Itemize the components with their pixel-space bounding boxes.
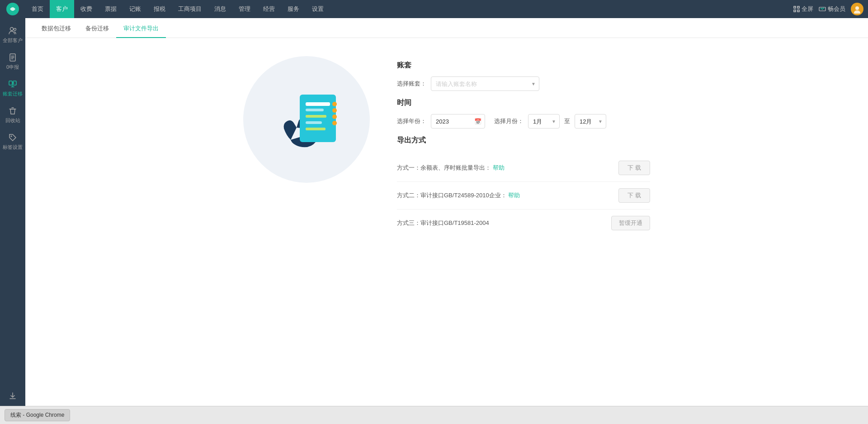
content-area: 数据包迁移 备份迁移 审计文件导出 — [25, 18, 868, 424]
svg-rect-3 — [794, 10, 796, 12]
tabs-bar: 数据包迁移 备份迁移 审计文件导出 — [25, 18, 868, 38]
svg-rect-28 — [306, 128, 326, 130]
svg-rect-21 — [306, 121, 322, 124]
svg-rect-18 — [306, 102, 330, 106]
avatar[interactable] — [851, 3, 863, 15]
file-icon — [8, 53, 17, 62]
svg-point-25 — [332, 114, 337, 119]
year-label: 选择年份： — [397, 117, 426, 125]
svg-point-24 — [332, 108, 337, 113]
nav-business[interactable]: 工商项目 — [172, 0, 208, 18]
export-method-2: 方式二：审计接口GB/T24589-2010企业： 帮助 下 载 — [397, 182, 650, 210]
export-section-title: 导出方式 — [397, 136, 650, 145]
nav-invoice[interactable]: 票据 — [99, 0, 123, 18]
time-separator: 至 — [564, 117, 570, 125]
account-select[interactable]: 请输入账套名称 — [431, 76, 539, 91]
svg-rect-17 — [300, 95, 336, 142]
tab-audit-export[interactable]: 审计文件导出 — [116, 20, 166, 38]
year-input[interactable]: 2023 — [431, 114, 485, 129]
time-section-title: 时间 — [397, 98, 650, 108]
taskbar: 线索 - Google Chrome — [0, 406, 868, 424]
sidebar-label-zero-declaration: 0申报 — [6, 64, 19, 71]
svg-rect-1 — [794, 6, 796, 8]
nav-items: 首页 客户 收费 票据 记账 报税 工商项目 消息 管理 经营 服务 设置 — [25, 0, 793, 18]
avatar-icon — [853, 5, 862, 14]
account-section-title: 账套 — [397, 61, 650, 70]
vip-label: 畅会员 — [828, 5, 845, 13]
year-input-wrapper: 2023 📅 — [431, 114, 485, 129]
svg-rect-2 — [797, 6, 799, 8]
export-method-1-help[interactable]: 帮助 — [493, 164, 505, 171]
month-end-wrapper: 1月 2月 3月 4月 5月 6月 7月 8月 9月 10月 11月 12月 — [575, 114, 606, 129]
sidebar-item-zero-declaration[interactable]: 0申报 — [0, 48, 25, 75]
export-method-3-label: 方式三：审计接口GB/T19581-2004 — [397, 219, 602, 227]
nav-accounting[interactable]: 记账 — [123, 0, 147, 18]
nav-settings[interactable]: 设置 — [306, 0, 330, 18]
svg-point-14 — [11, 136, 12, 137]
fullscreen-button[interactable]: 全屏 — [793, 5, 813, 13]
fullscreen-icon — [793, 6, 800, 12]
sidebar-label-all-customers: 全部客户 — [3, 37, 23, 44]
month-end-select[interactable]: 1月 2月 3月 4月 5月 6月 7月 8月 9月 10月 11月 12月 — [575, 114, 606, 129]
nav-message[interactable]: 消息 — [208, 0, 232, 18]
svg-point-23 — [332, 102, 337, 106]
trash-icon — [8, 106, 17, 115]
export-method-2-label: 方式二：审计接口GB/T24589-2010企业： 帮助 — [397, 191, 609, 200]
download-icon — [8, 391, 17, 400]
tab-backup-migration[interactable]: 备份迁移 — [78, 20, 116, 38]
nav-manage[interactable]: 管理 — [232, 0, 257, 18]
svg-rect-4 — [797, 10, 799, 12]
svg-rect-27 — [306, 115, 326, 118]
vip-button[interactable]: 畅会员 — [819, 5, 845, 13]
month-start-select[interactable]: 1月 2月 3月 4月 5月 6月 7月 8月 9月 10月 11月 12月 — [528, 114, 560, 129]
sidebar-item-tag-settings[interactable]: 标签设置 — [0, 129, 25, 155]
svg-point-7 — [855, 6, 859, 10]
nav-service[interactable]: 服务 — [281, 0, 306, 18]
nav-fee[interactable]: 收费 — [74, 0, 99, 18]
export-method-2-download-btn[interactable]: 下 载 — [618, 188, 650, 203]
tab-data-migration[interactable]: 数据包迁移 — [34, 20, 78, 38]
svg-point-26 — [332, 121, 337, 125]
logo[interactable] — [5, 1, 21, 17]
audit-illustration — [257, 70, 356, 169]
export-method-1-label: 方式一：余额表、序时账批量导出： 帮助 — [397, 164, 609, 172]
svg-point-9 — [10, 28, 14, 31]
sidebar-item-trash[interactable]: 回收站 — [0, 102, 25, 129]
illustration-area — [243, 56, 370, 183]
svg-rect-19 — [306, 109, 324, 111]
month-start-wrapper: 1月 2月 3月 4月 5月 6月 7月 8月 9月 10月 11月 12月 — [528, 114, 560, 129]
main-layout: 全部客户 0申报 账套迁移 回收站 — [0, 18, 868, 424]
account-form-row: 选择账套： 请输入账套名称 ▼ — [397, 76, 650, 91]
month-label: 选择月份： — [494, 117, 524, 125]
users-icon — [8, 26, 17, 35]
sidebar-item-all-customers[interactable]: 全部客户 — [0, 22, 25, 48]
form-area: 账套 选择账套： 请输入账套名称 ▼ 时间 选择年份： 2023 — [397, 56, 650, 237]
export-method-1-download-btn[interactable]: 下 载 — [618, 161, 650, 175]
account-label: 选择账套： — [397, 80, 426, 88]
migrate-icon — [8, 80, 17, 89]
top-nav: 首页 客户 收费 票据 记账 报税 工商项目 消息 管理 经营 服务 设置 全屏 — [0, 0, 868, 18]
export-method-1: 方式一：余额表、序时账批量导出： 帮助 下 载 — [397, 154, 650, 182]
vip-icon — [819, 5, 826, 13]
fullscreen-label: 全屏 — [802, 5, 813, 13]
account-select-wrapper: 请输入账套名称 ▼ — [431, 76, 539, 91]
taskbar-chrome-item[interactable]: 线索 - Google Chrome — [5, 409, 70, 421]
export-method-3: 方式三：审计接口GB/T19581-2004 暂缓开通 — [397, 210, 650, 237]
sidebar: 全部客户 0申报 账套迁移 回收站 — [0, 18, 25, 424]
nav-operation[interactable]: 经营 — [257, 0, 281, 18]
svg-point-10 — [14, 29, 16, 31]
page-content: 账套 选择账套： 请输入账套名称 ▼ 时间 选择年份： 2023 — [25, 38, 868, 424]
nav-right: 全屏 畅会员 — [793, 3, 863, 15]
svg-rect-12 — [9, 81, 12, 85]
time-form-row: 选择年份： 2023 📅 选择月份： 1月 2月 3月 4月 5月 6 — [397, 114, 650, 129]
export-method-3-soon-btn[interactable]: 暂缓开通 — [611, 216, 650, 230]
nav-customer[interactable]: 客户 — [50, 0, 74, 18]
nav-home[interactable]: 首页 — [25, 0, 50, 18]
sidebar-label-tag-settings: 标签设置 — [3, 144, 23, 151]
sidebar-bottom-download[interactable] — [8, 391, 17, 402]
sidebar-label-trash: 回收站 — [5, 117, 20, 124]
export-method-2-help[interactable]: 帮助 — [508, 192, 520, 199]
nav-tax[interactable]: 报税 — [147, 0, 172, 18]
tag-icon — [8, 133, 17, 142]
sidebar-item-account-migration[interactable]: 账套迁移 — [0, 75, 25, 102]
